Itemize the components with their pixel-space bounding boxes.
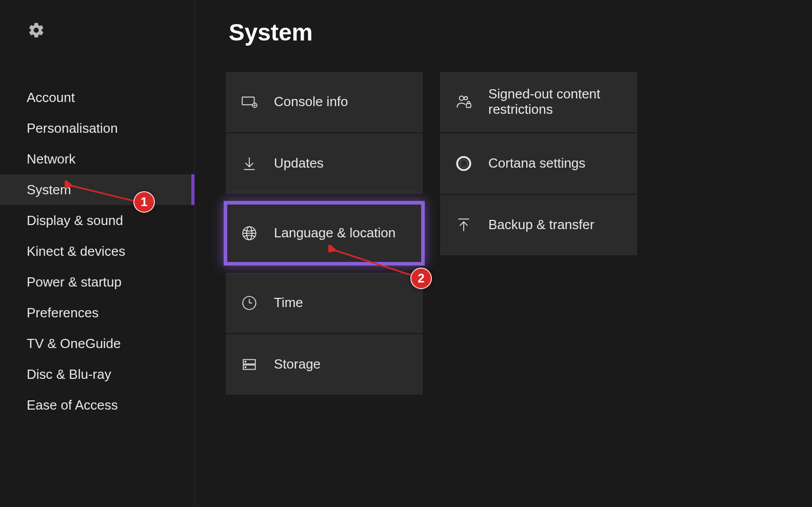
tile-label: Updates — [274, 156, 324, 171]
sidebar-item-tv-oneguide[interactable]: TV & OneGuide — [0, 328, 194, 359]
svg-point-14 — [460, 96, 464, 100]
tile-label: Console info — [274, 94, 348, 110]
tile-storage[interactable]: Storage — [226, 334, 423, 395]
download-icon — [240, 154, 259, 173]
svg-rect-0 — [242, 97, 254, 105]
tile-backup-transfer[interactable]: Backup & transfer — [440, 195, 637, 255]
sidebar-item-ease-of-access[interactable]: Ease of Access — [0, 390, 194, 420]
main-content: System Console info Updates Language & l… — [195, 0, 812, 507]
sidebar-nav: Account Personalisation Network System D… — [0, 82, 194, 420]
sidebar-item-label: Display & sound — [27, 213, 123, 229]
sidebar-item-network[interactable]: Network — [0, 144, 194, 174]
tile-column-2: Signed-out content restrictions Cortana … — [440, 72, 637, 395]
svg-rect-16 — [466, 104, 471, 107]
sidebar-item-label: TV & OneGuide — [27, 336, 121, 352]
tile-signed-out-restrictions[interactable]: Signed-out content restrictions — [440, 72, 637, 132]
clock-icon — [240, 294, 259, 312]
svg-point-18 — [460, 160, 468, 168]
sidebar-item-label: Preferences — [27, 305, 98, 321]
svg-point-15 — [464, 96, 467, 99]
tile-label: Signed-out content restrictions — [488, 87, 623, 117]
settings-header — [0, 0, 194, 62]
tile-label: Language & location — [274, 226, 395, 241]
people-lock-icon — [454, 93, 473, 111]
tile-label: Time — [274, 295, 303, 311]
svg-point-12 — [245, 361, 246, 362]
sidebar-item-display-sound[interactable]: Display & sound — [0, 205, 194, 236]
tile-label: Backup & transfer — [488, 217, 595, 233]
tile-console-info[interactable]: Console info — [226, 72, 423, 132]
sidebar-item-label: System — [27, 182, 71, 198]
svg-point-17 — [457, 157, 470, 170]
console-icon — [240, 93, 259, 111]
sidebar-item-kinect-devices[interactable]: Kinect & devices — [0, 236, 194, 267]
tile-label: Cortana settings — [488, 156, 585, 171]
sidebar-item-label: Power & startup — [27, 274, 122, 290]
tile-column-1: Console info Updates Language & location… — [226, 72, 423, 395]
svg-point-13 — [245, 367, 246, 368]
tile-label: Storage — [274, 357, 321, 372]
sidebar-item-label: Network — [27, 151, 75, 167]
sidebar-item-label: Ease of Access — [27, 397, 118, 413]
sidebar-item-label: Personalisation — [27, 120, 118, 136]
sidebar-item-power-startup[interactable]: Power & startup — [0, 267, 194, 297]
globe-icon — [240, 224, 259, 242]
sidebar-item-label: Kinect & devices — [27, 244, 125, 259]
sidebar-item-label: Account — [27, 90, 75, 106]
page-title: System — [229, 18, 781, 46]
tile-grid: Console info Updates Language & location… — [226, 72, 781, 395]
sidebar-item-disc-bluray[interactable]: Disc & Blu-ray — [0, 359, 194, 390]
tile-time[interactable]: Time — [226, 273, 423, 333]
sidebar-item-system[interactable]: System — [0, 174, 194, 205]
sidebar-item-account[interactable]: Account — [0, 82, 194, 113]
sidebar: Account Personalisation Network System D… — [0, 0, 195, 507]
tile-cortana-settings[interactable]: Cortana settings — [440, 133, 637, 194]
sidebar-item-preferences[interactable]: Preferences — [0, 297, 194, 328]
tile-updates[interactable]: Updates — [226, 133, 423, 194]
storage-icon — [240, 355, 259, 374]
gear-icon — [28, 32, 45, 40]
sidebar-item-label: Disc & Blu-ray — [27, 367, 111, 382]
sidebar-item-personalisation[interactable]: Personalisation — [0, 113, 194, 144]
upload-icon — [454, 216, 473, 234]
tile-language-location[interactable]: Language & location — [226, 203, 423, 263]
cortana-icon — [454, 154, 473, 173]
